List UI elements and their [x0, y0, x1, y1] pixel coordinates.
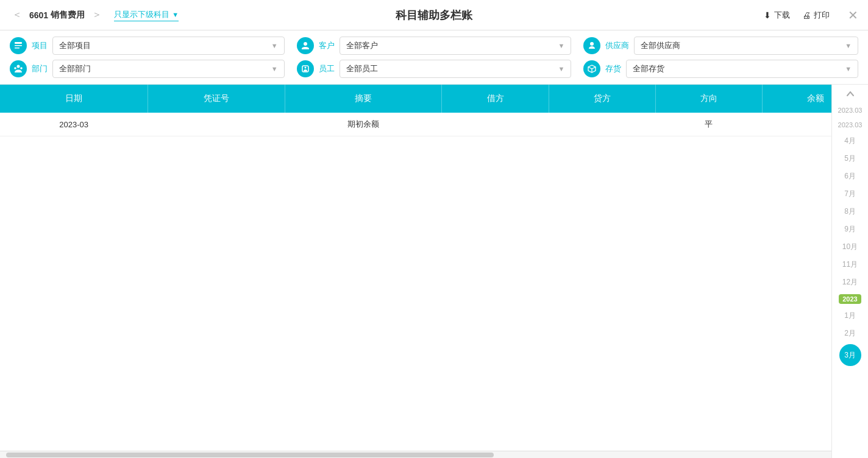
project-select[interactable]: 全部项目 ▼ — [52, 37, 285, 55]
account-name: 销售费用 — [51, 10, 85, 21]
table-row: 2023-03 期初余额 平 — [0, 113, 868, 136]
inventory-value: 全部存货 — [633, 63, 664, 74]
download-icon: ⬇ — [764, 10, 771, 20]
timeline-10[interactable]: 10月 — [832, 238, 868, 256]
svg-rect-0 — [15, 42, 22, 44]
timeline-5[interactable]: 5月 — [832, 150, 868, 167]
horizontal-scrollbar[interactable] — [0, 451, 868, 458]
col-debit: 借方 — [442, 85, 549, 113]
filter-row-1: 项目 全部项目 ▼ 客户 全部客户 ▼ — [10, 37, 858, 55]
inventory-chevron: ▼ — [845, 65, 852, 72]
scrollbar-thumb[interactable] — [6, 453, 494, 457]
year-badge: 2023 — [839, 294, 861, 304]
timeline-2023-03-second[interactable]: 2023.03 — [832, 118, 868, 132]
cell-credit — [549, 113, 655, 136]
cell-debit — [442, 113, 549, 136]
supplier-filter-item: 供应商 全部供应商 ▼ — [583, 37, 858, 55]
department-icon — [10, 60, 27, 77]
table-header-row: 日期 凭证号 摘要 借方 贷方 方向 余额 — [0, 85, 868, 113]
employee-label: 员工 — [319, 63, 335, 74]
employee-select[interactable]: 全部员工 ▼ — [340, 60, 572, 78]
inventory-select[interactable]: 全部存货 ▼ — [626, 60, 858, 78]
customer-icon — [297, 37, 314, 54]
customer-filter-item: 客户 全部客户 ▼ — [297, 37, 572, 55]
timeline-3-active[interactable]: 3月 — [839, 344, 861, 366]
supplier-value: 全部供应商 — [641, 40, 680, 51]
right-sidebar: 2023.03 2023.03 4月 5月 6月 7月 8月 9月 10月 11… — [831, 85, 868, 458]
account-code: 6601 — [29, 10, 48, 20]
customer-label: 客户 — [319, 40, 335, 51]
cell-voucher — [148, 113, 285, 136]
customer-select[interactable]: 全部客户 ▼ — [340, 37, 572, 55]
download-button[interactable]: ⬇ 下载 — [764, 10, 790, 21]
employee-icon — [297, 60, 314, 77]
timeline-2[interactable]: 2月 — [832, 325, 868, 342]
supplier-select[interactable]: 全部供应商 ▼ — [634, 37, 858, 55]
ledger-table: 日期 凭证号 摘要 借方 贷方 方向 余额 2023-03 — [0, 85, 868, 136]
table-wrapper: 日期 凭证号 摘要 借方 贷方 方向 余额 2023-03 — [0, 85, 868, 451]
print-icon: 🖨 — [802, 10, 811, 20]
svg-point-5 — [14, 67, 16, 69]
svg-rect-1 — [15, 45, 22, 46]
employee-value: 全部员工 — [346, 63, 378, 74]
col-summary: 摘要 — [285, 85, 441, 113]
department-select[interactable]: 全部部门 ▼ — [52, 60, 285, 78]
sidebar-up-arrow[interactable] — [832, 85, 868, 103]
next-arrow[interactable]: ＞ — [90, 7, 104, 23]
department-label: 部门 — [32, 63, 48, 74]
department-value: 全部部门 — [59, 63, 91, 74]
col-voucher: 凭证号 — [148, 85, 285, 113]
header: ＜ 6601 销售费用 ＞ 只显示下级科目 ▼ 科目辅助多栏账 ⬇ 下载 🖨 打… — [0, 0, 868, 30]
timeline-12[interactable]: 12月 — [832, 273, 868, 291]
project-label: 项目 — [32, 40, 48, 51]
project-filter-item: 项目 全部项目 ▼ — [10, 37, 285, 55]
inventory-filter-item: 存货 全部存货 ▼ — [583, 60, 858, 78]
customer-value: 全部客户 — [346, 40, 378, 51]
print-button[interactable]: 🖨 打印 — [802, 10, 830, 21]
timeline-8[interactable]: 8月 — [832, 203, 868, 220]
download-label: 下载 — [774, 10, 790, 21]
year-badge-container: 2023 — [839, 291, 861, 307]
customer-chevron: ▼ — [558, 42, 564, 49]
active-month-container: 3月 — [832, 342, 868, 368]
show-sub-button[interactable]: 只显示下级科目 ▼ — [114, 9, 179, 21]
svg-point-3 — [590, 42, 594, 46]
col-direction: 方向 — [655, 85, 762, 113]
svg-point-8 — [304, 67, 306, 69]
employee-filter-item: 员工 全部员工 ▼ — [297, 60, 572, 78]
filter-area: 项目 全部项目 ▼ 客户 全部客户 ▼ — [0, 30, 868, 85]
timeline-11[interactable]: 11月 — [832, 256, 868, 273]
department-chevron: ▼ — [271, 65, 278, 72]
timeline-1[interactable]: 1月 — [832, 307, 868, 325]
inventory-label: 存货 — [605, 63, 621, 74]
main-container: ＜ 6601 销售费用 ＞ 只显示下级科目 ▼ 科目辅助多栏账 ⬇ 下载 🖨 打… — [0, 0, 868, 458]
project-icon — [10, 37, 27, 54]
project-value: 全部项目 — [59, 40, 91, 51]
timeline-4[interactable]: 4月 — [832, 132, 868, 150]
supplier-label: 供应商 — [605, 40, 629, 51]
department-filter-item: 部门 全部部门 ▼ — [10, 60, 285, 78]
page-title: 科目辅助多栏账 — [396, 8, 472, 23]
prev-arrow[interactable]: ＜ — [10, 7, 24, 23]
cell-direction: 平 — [655, 113, 762, 136]
header-actions: ⬇ 下载 🖨 打印 ✕ — [764, 8, 858, 23]
timeline-7[interactable]: 7月 — [832, 185, 868, 203]
col-date: 日期 — [0, 85, 148, 113]
svg-point-4 — [17, 65, 20, 68]
project-chevron: ▼ — [271, 42, 278, 49]
cell-summary: 期初余额 — [285, 113, 441, 136]
print-label: 打印 — [814, 10, 830, 21]
show-sub-label: 只显示下级科目 — [114, 9, 169, 20]
close-button[interactable]: ✕ — [848, 8, 858, 23]
show-sub-chevron: ▼ — [172, 11, 179, 18]
timeline-2023-03-first[interactable]: 2023.03 — [832, 103, 868, 118]
cell-date: 2023-03 — [0, 113, 148, 136]
account-code-box: 6601 销售费用 — [29, 10, 85, 21]
timeline-9[interactable]: 9月 — [832, 220, 868, 238]
timeline-6[interactable]: 6月 — [832, 167, 868, 185]
svg-rect-2 — [15, 48, 20, 49]
supplier-chevron: ▼ — [845, 42, 852, 49]
svg-point-6 — [20, 67, 23, 69]
col-credit: 贷方 — [549, 85, 655, 113]
filter-row-2: 部门 全部部门 ▼ 员工 全部员工 ▼ — [10, 60, 858, 78]
